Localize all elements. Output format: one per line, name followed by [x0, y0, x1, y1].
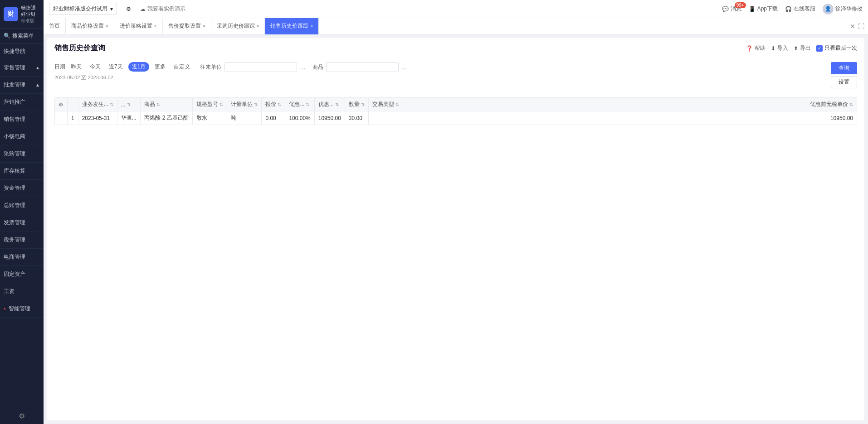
help-btn[interactable]: ❓ 帮助	[746, 44, 766, 52]
help-icon: ❓	[746, 45, 753, 52]
export-btn[interactable]: ⬆ 导出	[794, 44, 811, 52]
search-icon: 🔍	[4, 33, 10, 39]
product-input[interactable]	[326, 62, 399, 72]
th-quoted-price[interactable]: 报价 ⇅	[262, 98, 285, 111]
setting-button[interactable]: 设置	[831, 76, 857, 88]
product-filter: 商品 ...	[312, 62, 407, 72]
date-opt-last1m[interactable]: 近1月	[128, 62, 150, 72]
sort-icon: ⇅	[219, 102, 223, 107]
sort-icon: ⇅	[156, 102, 160, 107]
tab-purchase-history[interactable]: 采购历史价跟踪 ×	[211, 18, 265, 34]
sidebar-quick-nav[interactable]: 快捷导航	[0, 44, 44, 59]
notification-dot: ●	[4, 307, 6, 311]
th-spacer	[403, 98, 806, 111]
import-btn[interactable]: ⬇ 导入	[771, 44, 788, 52]
gear-icon[interactable]: ⚙	[19, 412, 25, 420]
sidebar-item-sales[interactable]: 销售管理	[0, 111, 44, 128]
version-selector[interactable]: 好业财标准版交付试用 ▾	[49, 3, 117, 15]
version-label: 好业财标准版交付试用	[53, 5, 107, 13]
tab-price-settings[interactable]: 商品价格设置 ×	[66, 18, 114, 34]
th-quantity[interactable]: 数量 ⇅	[345, 98, 368, 111]
data-table: ⚙ 业务发生... ⇅ ... ⇅	[54, 97, 857, 125]
sidebar-item-tax[interactable]: 税务管理	[0, 231, 44, 249]
date-opt-custom[interactable]: 自定义	[171, 62, 193, 72]
from-company-picker-btn[interactable]: ...	[300, 63, 305, 71]
sort-icon: ⇅	[127, 102, 131, 107]
th-discount-price[interactable]: 优惠... ⇅	[314, 98, 345, 111]
sidebar-item-inventory[interactable]: 库存核算	[0, 163, 44, 180]
from-company-filter: 往来单位 ...	[200, 62, 305, 72]
date-opt-yesterday[interactable]: 昨天	[68, 62, 84, 72]
filter-actions: 查询 设置	[831, 62, 857, 88]
close-icon[interactable]: ×	[106, 24, 108, 29]
sidebar-item-wholesale[interactable]: 批发管理 ▲	[0, 77, 44, 94]
cell-trade-type	[368, 111, 403, 125]
settings-icon-btn[interactable]: ⚙	[122, 4, 135, 14]
product-picker-btn[interactable]: ...	[401, 63, 407, 71]
sidebar-item-marketing[interactable]: 营销推广	[0, 94, 44, 111]
sidebar-item-ledger[interactable]: 总账管理	[0, 197, 44, 214]
sidebar-settings[interactable]: ⚙	[0, 408, 44, 424]
only-last-checkbox[interactable]: ✓ 只看最后一次	[816, 44, 857, 52]
close-icon[interactable]: ×	[310, 24, 313, 29]
message-btn[interactable]: 💬 消息 99+	[722, 5, 741, 13]
date-options: 日期 昨天 今天 近7天 近1月 更多 自定义	[54, 62, 193, 72]
sidebar-item-ecommerce[interactable]: 电商管理	[0, 249, 44, 266]
cell-discount-price: 10950.00	[314, 111, 345, 125]
close-window-icon[interactable]: ✕	[850, 23, 855, 30]
sidebar-item-assets[interactable]: 固定资产	[0, 266, 44, 283]
table-row: 1 2023-05-31 华查... 丙烯酸-2-乙基己酯 散水 吨 0.00 …	[55, 111, 857, 125]
th-biz-date[interactable]: 业务发生... ⇅	[78, 98, 117, 111]
date-opt-more[interactable]: 更多	[152, 62, 168, 72]
sidebar-item-retail[interactable]: 零售管理 ▲	[0, 59, 44, 77]
sidebar-search[interactable]: 🔍 搜索菜单	[0, 29, 44, 44]
app-download-btn[interactable]: 📱 App下载	[749, 5, 778, 13]
cell-more: 华查...	[117, 111, 140, 125]
tab-price-extract[interactable]: 售价提取设置 ×	[163, 18, 211, 34]
tab-home[interactable]: 首页	[44, 18, 66, 34]
th-gear[interactable]: ⚙	[55, 98, 68, 111]
query-button[interactable]: 查询	[831, 62, 857, 74]
from-company-input[interactable]	[224, 62, 297, 72]
topbar: 好业财标准版交付试用 ▾ ⚙ ☁ 我要看实例演示 💬 消息 99+ 📱 App下…	[44, 0, 868, 18]
close-icon[interactable]: ×	[203, 24, 205, 29]
close-icon[interactable]: ×	[257, 24, 259, 29]
sidebar-item-purchase[interactable]: 采购管理	[0, 145, 44, 163]
cell-pretax-price: 10950.00	[806, 111, 857, 125]
sidebar-item-ecommerce-small[interactable]: 小畅电商	[0, 128, 44, 145]
tabbar: 首页 商品价格设置 × 进价策略设置 × 售价提取设置 × 采购历史价跟踪 × …	[44, 18, 868, 34]
maximize-icon[interactable]: ⛶	[858, 23, 864, 30]
th-discount-rate[interactable]: 优惠... ⇅	[285, 98, 314, 111]
th-product[interactable]: 商品 ⇅	[140, 98, 193, 111]
sidebar-item-invoice[interactable]: 发票管理	[0, 214, 44, 231]
th-pretax-price[interactable]: 优惠前无税单价 ⇅	[806, 98, 857, 111]
th-spec[interactable]: 规格型号 ⇅	[193, 98, 227, 111]
cell-spacer	[403, 111, 806, 125]
close-icon[interactable]: ×	[154, 24, 157, 29]
tab-sales-history[interactable]: 销售历史价跟踪 ×	[265, 18, 319, 34]
gear-icon: ⚙	[126, 6, 131, 12]
date-opt-today[interactable]: 今天	[87, 62, 103, 72]
cell-unit: 吨	[227, 111, 262, 125]
user-menu[interactable]: 👤 徐泽华修改	[823, 4, 863, 14]
column-settings-icon[interactable]: ⚙	[59, 101, 63, 108]
online-service-btn[interactable]: 🎧 在线客服	[785, 5, 815, 13]
sidebar-item-payroll[interactable]: 工资	[0, 283, 44, 300]
cell-product: 丙烯酸-2-乙基己酯	[140, 111, 193, 125]
tab-purchase-strategy[interactable]: 进价策略设置 ×	[114, 18, 163, 34]
th-trade-type[interactable]: 交易类型 ⇅	[368, 98, 403, 111]
page-actions: ❓ 帮助 ⬇ 导入 ⬆ 导出 ✓ 只看最后一次	[746, 44, 857, 52]
th-unit[interactable]: 计量单位 ⇅	[227, 98, 262, 111]
cell-discount-rate: 100.00%	[285, 111, 314, 125]
date-opt-last7[interactable]: 近7天	[106, 62, 126, 72]
demo-link[interactable]: ☁ 我要看实例演示	[140, 5, 185, 13]
th-more[interactable]: ... ⇅	[117, 98, 140, 111]
sidebar-item-smart[interactable]: ● 智能管理	[0, 300, 44, 318]
page-header: 销售历史价查询 ❓ 帮助 ⬇ 导入 ⬆ 导出 ✓ 只看最后一次	[54, 43, 857, 53]
chevron-icon: ▲	[35, 65, 40, 70]
product-label: 商品	[312, 63, 323, 71]
sidebar-item-finance[interactable]: 资金管理	[0, 180, 44, 197]
sort-icon: ⇅	[395, 102, 399, 107]
cell-quoted-price: 0.00	[262, 111, 285, 125]
avatar: 👤	[823, 4, 834, 14]
